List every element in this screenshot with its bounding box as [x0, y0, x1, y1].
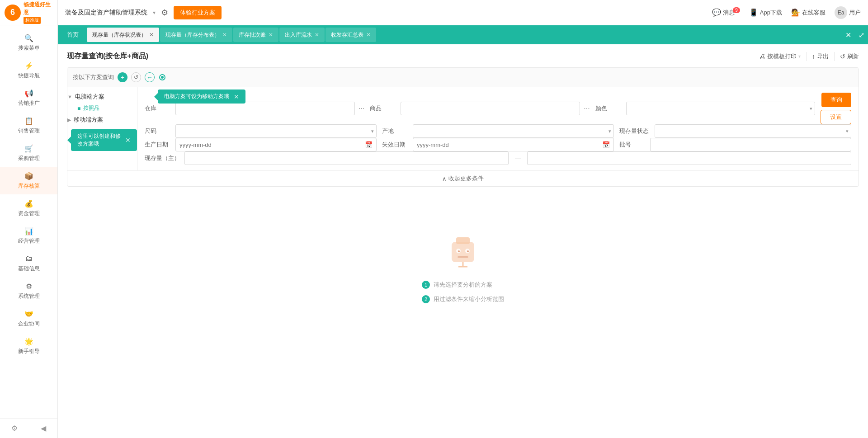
goods-label: 商品 — [370, 104, 397, 113]
industry-btn[interactable]: 体验行业方案 — [174, 6, 222, 19]
sidebar-item-purchase[interactable]: 🛒 采购管理 — [0, 139, 57, 167]
scheme-desktop-child[interactable]: ■ 按照品 — [67, 103, 137, 114]
system-dropdown-arrow[interactable]: ▾ — [153, 9, 156, 16]
scheme-child-icon: ■ — [77, 105, 80, 112]
template-print-btn[interactable]: 🖨 按模板打印 ▾ — [759, 52, 801, 61]
step2-num: 2 — [422, 295, 430, 303]
refresh-icon: ↺ — [840, 53, 845, 60]
sidebar-item-system[interactable]: ⚙ 系统管理 — [0, 277, 57, 305]
warehouse-input[interactable] — [175, 102, 355, 115]
warehouse-dots[interactable]: ··· — [359, 104, 364, 113]
sidebar-item-marketing[interactable]: 📢 营销推广 — [0, 84, 57, 112]
step1-num: 1 — [422, 281, 430, 289]
app-download-btn[interactable]: 📱 App下载 — [749, 8, 782, 17]
tooltip1-close[interactable]: ✕ — [234, 93, 239, 100]
logo-area: 6 畅捷通好生意 标准版 — [0, 0, 57, 25]
color-input[interactable] — [626, 102, 815, 115]
header-right: 💬 消息 9 📱 App下载 💁 在线客服 Ea 用户 — [712, 6, 861, 19]
sidebar-item-inventory[interactable]: 📦 库存核算 — [0, 167, 57, 194]
page-title-bar: 现存量查询(按仓库+商品) 🖨 按模板打印 ▾ ↑ 导出 ↺ — [67, 52, 859, 61]
tab-close-inout[interactable]: ✕ — [315, 32, 319, 38]
sidebar-item-guide[interactable]: 🌟 新手引导 — [0, 332, 57, 360]
tab-close-summary[interactable]: ✕ — [366, 32, 371, 38]
sidebar-nav: 🔍 搜索菜单 ⚡ 快捷导航 📢 营销推广 📋 销售管理 🛒 采购管理 📦 库存核… — [0, 25, 57, 418]
sidebar-bottom: ⚙ ◀ — [0, 418, 57, 438]
filter-refresh-btn[interactable]: ↺ — [131, 72, 141, 82]
tab-inventory-status[interactable]: 现存量（库存状况表） ✕ — [87, 28, 159, 42]
online-service-btn[interactable]: 💁 在线客服 — [791, 8, 826, 17]
origin-input[interactable] — [413, 124, 614, 138]
tab-close-inventory-dist[interactable]: ✕ — [222, 32, 227, 38]
batch-label: 批号 — [619, 141, 646, 149]
empty-text: 1 请先选择要分析的方案 2 用过滤条件来缩小分析范围 — [422, 279, 504, 305]
field-batch: 批号 — [619, 138, 851, 151]
expire-date-input[interactable] — [417, 141, 600, 148]
size-input[interactable] — [175, 124, 377, 138]
batch-input[interactable] — [650, 138, 851, 151]
search-nav-icon: 🔍 — [24, 33, 33, 42]
sidebar-item-basic[interactable]: 🗂 基础信息 — [0, 250, 57, 277]
expire-date-calendar-icon[interactable]: 📅 — [602, 141, 610, 148]
svg-rect-0 — [452, 242, 474, 262]
inventory-main-start[interactable] — [184, 151, 509, 165]
filter-label: 按以下方案查询 — [73, 73, 114, 81]
collapse-btn[interactable]: ∧ 收起更多条件 — [67, 170, 859, 186]
tab-batch[interactable]: 库存批次账 ✕ — [233, 28, 278, 42]
tooltip-desktop-scheme: 电脑方案可设为移动方案哦 ✕ — [158, 89, 245, 104]
refresh-btn[interactable]: ↺ 刷新 — [840, 52, 859, 61]
sidebar-item-enterprise[interactable]: 🤝 企业协同 — [0, 305, 57, 332]
tab-summary[interactable]: 收发存汇总表 ✕ — [326, 28, 376, 42]
user-initial: Ea — [838, 9, 844, 16]
sidebar-item-quick[interactable]: ⚡ 快捷导航 — [0, 57, 57, 84]
sidebar-item-finance[interactable]: 💰 资金管理 — [0, 194, 57, 222]
empty-illustration — [440, 228, 486, 273]
inventory-status-input[interactable] — [655, 124, 851, 138]
tab-close-inventory-status[interactable]: ✕ — [149, 32, 154, 38]
sidebar-item-operation[interactable]: 📊 经营管理 — [0, 222, 57, 250]
logo-text: 畅捷通好生意 标准版 — [24, 1, 53, 24]
sidebar-item-sales[interactable]: 📋 销售管理 — [0, 112, 57, 139]
warehouse-label: 仓库 — [145, 104, 172, 113]
tab-inout[interactable]: 出入库流水 ✕ — [279, 28, 325, 42]
field-warehouse: 仓库 ··· — [145, 102, 364, 115]
guide-nav-icon: 🌟 — [24, 337, 33, 346]
message-btn[interactable]: 💬 消息 9 — [712, 8, 740, 17]
scheme-mobile[interactable]: ▶ 移动端方案 — [67, 114, 137, 126]
goods-input[interactable] — [401, 102, 580, 115]
svg-rect-1 — [456, 237, 470, 244]
export-btn[interactable]: ↑ 导出 — [812, 52, 829, 61]
inventory-main-label: 现存量（主） — [145, 154, 181, 162]
color-label: 颜色 — [595, 104, 623, 113]
filter-row-4: 现存量（主） — — [145, 151, 851, 165]
tooltip-create-scheme: 这里可以创建和修改方案哦 ✕ — [71, 129, 137, 151]
system-nav-icon: ⚙ — [24, 282, 33, 291]
logo-icon: 6 — [5, 5, 21, 21]
scheme-desktop[interactable]: ▼ 电脑端方案 — [67, 91, 137, 103]
inventory-main-end[interactable] — [527, 151, 851, 165]
tab-fullscreen-icon[interactable]: ⤢ — [857, 29, 866, 41]
sidebar-collapse-btn[interactable]: ◀ — [41, 424, 46, 433]
tooltip2-close[interactable]: ✕ — [125, 137, 131, 144]
settings-icon[interactable]: ⚙ — [161, 8, 168, 18]
sidebar-item-search[interactable]: 🔍 搜索菜单 — [0, 29, 57, 57]
search-btn[interactable]: 查询 — [821, 93, 851, 107]
tab-close-all-icon[interactable]: ✕ — [844, 29, 853, 41]
reset-btn[interactable]: 设置 — [821, 110, 851, 124]
filter-arrow-btn[interactable]: ← — [145, 72, 155, 82]
sidebar-settings-btn[interactable]: ⚙ — [11, 424, 18, 433]
goods-dots[interactable]: ··· — [584, 104, 590, 113]
message-icon: 💬 — [712, 8, 721, 17]
prod-date-calendar-icon[interactable]: 📅 — [365, 141, 373, 148]
tab-close-batch[interactable]: ✕ — [269, 32, 273, 38]
scheme-mobile-label: 移动端方案 — [74, 116, 103, 124]
tab-inventory-dist[interactable]: 现存量（库存分布表） ✕ — [160, 28, 232, 42]
size-select-wrapper: ▾ — [175, 124, 377, 138]
sales-nav-icon: 📋 — [24, 116, 33, 125]
filter-add-btn[interactable]: + — [118, 72, 127, 82]
tab-home[interactable]: 首页 — [60, 28, 86, 42]
user-label: 用户 — [849, 9, 861, 17]
color-select-wrapper: ▾ — [626, 102, 815, 115]
scheme-desktop-arrow: ▼ — [67, 94, 72, 99]
user-btn[interactable]: Ea 用户 — [835, 6, 861, 19]
prod-date-input[interactable] — [179, 141, 363, 148]
